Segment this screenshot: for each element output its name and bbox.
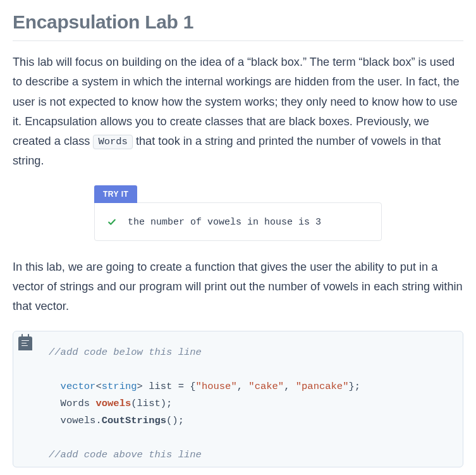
code-token: CoutStrings <box>102 415 166 426</box>
code-token: list <box>143 381 178 392</box>
code-token: (list); <box>131 398 172 409</box>
clipboard-icon[interactable] <box>18 336 32 350</box>
code-token: (); <box>166 415 184 426</box>
divider <box>13 40 463 41</box>
code-token: , <box>284 381 296 392</box>
code-token: "house" <box>196 381 237 392</box>
inline-code-words: Words <box>93 135 133 149</box>
code-token: < <box>95 381 101 392</box>
try-it-container: TRY IT the number of vowels in house is … <box>94 185 382 241</box>
code-token: vowels <box>95 398 131 409</box>
paragraph-2: In this lab, we are going to create a fu… <box>13 257 463 317</box>
page-title: Encapsulation Lab 1 <box>13 11 463 33</box>
code-token: }; <box>348 381 360 392</box>
code-token: "pancake" <box>296 381 349 392</box>
code-token: , <box>237 381 249 392</box>
code-token: = <box>178 381 184 392</box>
code-token: "cake" <box>248 381 284 392</box>
try-it-button[interactable]: TRY IT <box>94 185 137 203</box>
check-icon <box>107 218 116 226</box>
code-token: vowels. <box>61 415 102 426</box>
try-it-output-text: the number of vowels in house is 3 <box>128 217 321 228</box>
code-token: string <box>102 381 137 392</box>
code-token: > <box>137 381 143 392</box>
code-content: //add code below this line vector<string… <box>49 344 450 464</box>
intro-text-pre: This lab will focus on building on the i… <box>13 56 460 147</box>
code-token: Words <box>61 398 96 409</box>
code-block: //add code below this line vector<string… <box>13 331 463 467</box>
try-it-output-panel: the number of vowels in house is 3 <box>94 202 382 241</box>
code-token: { <box>184 381 196 392</box>
code-token: vector <box>61 381 96 392</box>
code-comment: //add code below this line <box>49 347 202 358</box>
intro-paragraph: This lab will focus on building on the i… <box>13 52 463 171</box>
code-comment: //add code above this line <box>49 449 202 460</box>
